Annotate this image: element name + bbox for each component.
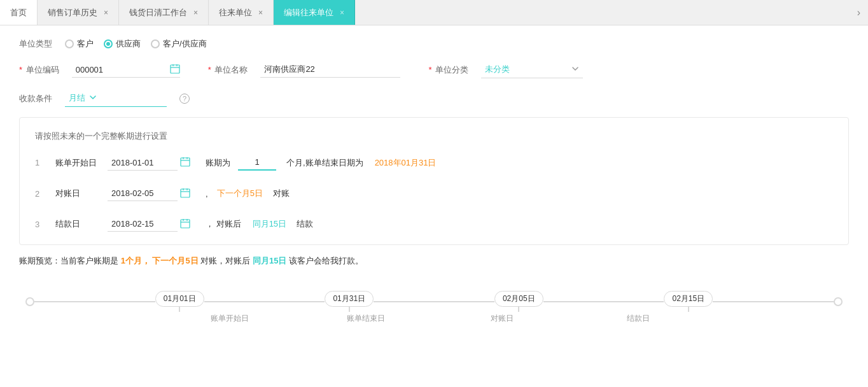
timeline: 01月01日 01月31日 02月05日 02月15日	[19, 291, 849, 312]
payment-label: 收款条件	[19, 93, 52, 104]
settings-section: 请按照未来的一个完整帐期进行设置 1 账单开始日 账期为 个月,账单结束日期为 …	[19, 117, 849, 245]
unit-category-label: * 单位分类	[428, 64, 468, 76]
tab-edit-partner-close[interactable]: ×	[340, 8, 344, 17]
tab-edit-partner[interactable]: 编辑往来单位 ×	[274, 0, 355, 25]
tab-partner-label: 往来单位	[219, 7, 252, 18]
calendar-icon-reconcile[interactable]	[180, 188, 190, 200]
main-content: 单位类型 客户 供应商 客户/供应商 * 单位编码	[0, 25, 868, 387]
setting-num-3: 3	[35, 220, 48, 229]
payment-same-month: 同月15日	[253, 218, 286, 230]
calendar-icon-code[interactable]	[170, 64, 180, 76]
preview-label: 账期预览：当前客户账期是	[19, 256, 118, 265]
unit-type-label: 单位类型	[19, 38, 52, 50]
unit-name-input[interactable]	[260, 62, 400, 78]
preview-section: 账期预览：当前客户账期是 1个月， 下一个月5日 对账，对账后 同月15日 该客…	[19, 255, 849, 330]
timeline-node-4: 02月15日	[664, 291, 713, 312]
timeline-labels: 账单开始日 账单结束日 对账日 结款日	[19, 313, 849, 324]
timeline-start-dot	[25, 297, 34, 306]
tab-sales-history-label: 销售订单历史	[48, 7, 97, 18]
reconcile-date-input[interactable]	[108, 186, 178, 201]
unit-code-input[interactable]	[72, 62, 167, 77]
timeline-label-3: 对账日	[491, 313, 514, 324]
tab-cash-work[interactable]: 钱货日清工作台 ×	[119, 0, 209, 25]
calendar-icon-start[interactable]	[180, 157, 190, 169]
setting-num-2: 2	[35, 189, 48, 199]
start-date-wrap	[108, 155, 190, 171]
payment-suffix-post: 结款	[297, 218, 313, 230]
timeline-line-4	[543, 301, 664, 302]
period-value-input[interactable]	[238, 155, 276, 171]
tab-cash-work-label: 钱货日清工作台	[129, 7, 187, 18]
payment-date-wrap	[108, 216, 190, 232]
timeline-node-1: 01月01日	[155, 291, 204, 312]
preview-part5: 该客户会给我打款。	[289, 256, 363, 265]
timeline-bubble-3: 02月05日	[494, 291, 543, 307]
setting-label-start: 账单开始日	[55, 157, 100, 169]
setting-row-2: 2 对账日 , 下一个月5日 对账	[35, 186, 833, 201]
tab-cash-work-close[interactable]: ×	[193, 8, 198, 17]
radio-supplier-label: 供应商	[116, 38, 141, 50]
setting-label-payment-date: 结款日	[55, 218, 100, 230]
unit-category-value: 未分类	[485, 64, 569, 75]
radio-both-circle	[151, 39, 160, 48]
start-date-input[interactable]	[108, 155, 178, 171]
radio-supplier[interactable]: 供应商	[104, 38, 141, 50]
unit-info-row: * 单位编码 * 单位名称 * 单位分类 未分类	[19, 61, 849, 78]
timeline-end-dot	[834, 297, 843, 306]
section-description: 请按照未来的一个完整帐期进行设置	[35, 130, 833, 142]
radio-both-label: 客户/供应商	[163, 38, 207, 50]
preview-part1: 1个月，	[121, 256, 150, 265]
reconcile-date-wrap	[108, 186, 190, 201]
unit-category-select[interactable]: 未分类	[481, 61, 583, 78]
setting-row-1: 1 账单开始日 账期为 个月,账单结束日期为 2018年01月31日	[35, 155, 833, 171]
tab-home-label: 首页	[10, 7, 27, 18]
reconcile-suffix-pre: ,	[206, 189, 208, 199]
tab-arrow[interactable]: ›	[850, 0, 868, 25]
setting-row-3: 3 结款日 ， 对账后 同月15日 结款	[35, 216, 833, 232]
tab-sales-history-close[interactable]: ×	[104, 8, 108, 17]
payment-row: 收款条件 月结 ?	[19, 90, 849, 107]
svg-rect-8	[181, 189, 190, 197]
payment-date-input[interactable]	[108, 216, 178, 232]
dropdown-icon-payment[interactable]	[89, 94, 97, 103]
unit-code-label: * 单位编码	[19, 64, 59, 76]
timeline-bubble-2: 01月31日	[325, 291, 374, 307]
svg-rect-12	[181, 220, 190, 228]
calendar-icon-payment[interactable]	[180, 218, 190, 230]
radio-customer[interactable]: 客户	[65, 38, 94, 50]
reconcile-next-date: 下一个月5日	[217, 188, 263, 199]
payment-value: 月结	[65, 90, 89, 106]
tab-partner[interactable]: 往来单位 ×	[209, 0, 274, 25]
preview-part4: 同月15日	[253, 256, 286, 265]
timeline-node-2: 01月31日	[325, 291, 374, 312]
timeline-label-1: 账单开始日	[211, 313, 249, 324]
svg-rect-4	[181, 158, 190, 166]
timeline-bubble-4: 02月15日	[664, 291, 713, 307]
tab-partner-close[interactable]: ×	[258, 8, 263, 17]
setting-label-reconcile: 对账日	[55, 188, 100, 199]
reconcile-suffix-post: 对账	[273, 188, 290, 199]
help-icon-payment[interactable]: ?	[179, 94, 190, 104]
timeline-bubble-1: 01月01日	[155, 291, 204, 307]
radio-customer-label: 客户	[77, 38, 94, 50]
period-prefix: 账期为	[206, 157, 230, 169]
timeline-line-2	[204, 301, 325, 302]
tab-edit-partner-label: 编辑往来单位	[284, 7, 333, 18]
tab-sales-history[interactable]: 销售订单历史 ×	[38, 0, 119, 25]
unit-type-row: 单位类型 客户 供应商 客户/供应商	[19, 38, 849, 50]
unit-type-radio-group: 客户 供应商 客户/供应商	[65, 38, 207, 50]
radio-both[interactable]: 客户/供应商	[151, 38, 207, 50]
timeline-node-3: 02月05日	[494, 291, 543, 312]
svg-rect-0	[171, 65, 179, 73]
timeline-line-5	[713, 301, 834, 302]
timeline-line-1	[34, 301, 155, 302]
period-suffix: 个月,账单结束日期为	[286, 157, 363, 169]
radio-supplier-circle	[104, 39, 113, 48]
setting-num-1: 1	[35, 158, 48, 167]
timeline-label-4: 结款日	[627, 313, 650, 324]
timeline-container: 01月01日 01月31日 02月05日 02月15日	[19, 279, 849, 330]
tab-home[interactable]: 首页	[0, 0, 38, 25]
dropdown-icon-category	[571, 65, 579, 74]
preview-text: 账期预览：当前客户账期是 1个月， 下一个月5日 对账，对账后 同月15日 该客…	[19, 255, 849, 267]
unit-name-label: * 单位名称	[208, 64, 248, 76]
